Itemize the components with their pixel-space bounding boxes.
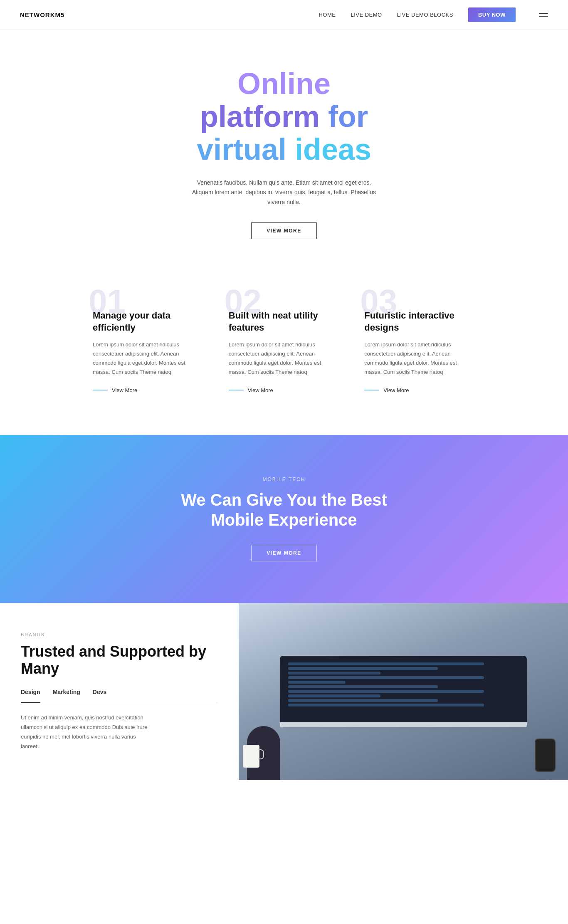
feature-title-3: Futuristic interactive designs (364, 310, 475, 334)
hamburger-menu-icon[interactable] (539, 13, 548, 17)
laptop-screen (280, 656, 527, 722)
mobile-banner-tag: MOBILE TECH (17, 477, 551, 482)
feature-desc-3: Lorem ipsum dolor sit amet ridiculus con… (364, 340, 475, 377)
nav-links: HOME LIVE DEMO LIVE DEMO BLOCKS BUY NOW (319, 7, 548, 22)
code-line (288, 704, 484, 707)
brands-tabs: DesignMarketingDevs (21, 689, 218, 703)
code-line (288, 681, 346, 684)
hero-title-online: Online (237, 67, 331, 100)
brands-title: Trusted and Supported by Many (21, 643, 218, 677)
brands-tab-design[interactable]: Design (21, 689, 40, 703)
feature-link-row-1: View More (93, 387, 204, 393)
mobile-banner-title: We Can Give You the Best Mobile Experien… (159, 490, 409, 530)
feature-title-1: Manage your data efficiently (93, 310, 204, 334)
brands-tag: BRANDS (21, 632, 218, 637)
hero-section: Online platform for virtual ideas Venena… (0, 30, 568, 264)
hero-subtitle: Venenatis faucibus. Nullam quis ante. Et… (188, 178, 380, 208)
nav-logo: NETWORKM5 (20, 11, 64, 18)
feature-desc-1: Lorem ipsum dolor sit amet ridiculus con… (93, 340, 204, 377)
hero-view-more-button[interactable]: VIEW MORE (251, 222, 317, 239)
features-section: 01 Manage your data efficiently Lorem ip… (0, 264, 568, 435)
coffee-cup (243, 745, 259, 768)
nav-link-live-demo[interactable]: LIVE DEMO (351, 12, 382, 18)
feature-link-row-2: View More (229, 387, 340, 393)
feature-title-2: Built with neat utility features (229, 310, 340, 334)
brands-right (239, 603, 568, 781)
brands-left: BRANDS Trusted and Supported by Many Des… (0, 603, 239, 781)
brands-tab-marketing[interactable]: Marketing (53, 689, 80, 699)
code-line (288, 685, 438, 688)
feature-view-more-3[interactable]: View More (383, 387, 409, 393)
mobile-banner-section: MOBILE TECH We Can Give You the Best Mob… (0, 435, 568, 603)
code-line (288, 699, 438, 702)
feature-link-line-2 (229, 390, 244, 390)
code-line (288, 694, 380, 697)
code-line (288, 662, 484, 665)
laptop-mockup (280, 656, 527, 727)
hero-title: Online platform for virtual ideas (114, 67, 454, 166)
hero-title-virtual: virtual (197, 133, 295, 166)
code-line (288, 690, 484, 693)
laptop-base (280, 722, 527, 727)
nav-link-home[interactable]: HOME (319, 12, 336, 18)
feature-card-3: 03 Futuristic interactive designs Lorem … (352, 289, 488, 402)
brands-section: BRANDS Trusted and Supported by Many Des… (0, 603, 568, 781)
navbar: NETWORKM5 HOME LIVE DEMO LIVE DEMO BLOCK… (0, 0, 568, 30)
code-line (288, 676, 484, 679)
feature-view-more-1[interactable]: View More (112, 387, 137, 393)
code-line (288, 672, 380, 674)
brands-desc: Ut enim ad minim veniam, quis nostrud ex… (21, 713, 154, 751)
feature-card-2: 02 Built with neat utility features Lore… (216, 289, 352, 402)
feature-desc-2: Lorem ipsum dolor sit amet ridiculus con… (229, 340, 340, 377)
nav-link-live-demo-blocks[interactable]: LIVE DEMO BLOCKS (397, 12, 453, 18)
phone-mockup (535, 739, 556, 772)
hero-title-for: for (328, 100, 368, 133)
brands-image (239, 603, 568, 781)
brands-tab-devs[interactable]: Devs (93, 689, 106, 699)
feature-card-1: 01 Manage your data efficiently Lorem ip… (80, 289, 216, 402)
hero-title-platform: platform (200, 100, 328, 133)
hero-title-ideas: ideas (295, 133, 371, 166)
feature-link-line-3 (364, 390, 379, 390)
mobile-banner-view-more-button[interactable]: VIEW MORE (251, 545, 317, 561)
code-line (288, 667, 438, 670)
feature-link-row-3: View More (364, 387, 475, 393)
feature-link-line-1 (93, 390, 108, 390)
feature-view-more-2[interactable]: View More (248, 387, 273, 393)
buy-now-button[interactable]: BUY NOW (468, 7, 516, 22)
